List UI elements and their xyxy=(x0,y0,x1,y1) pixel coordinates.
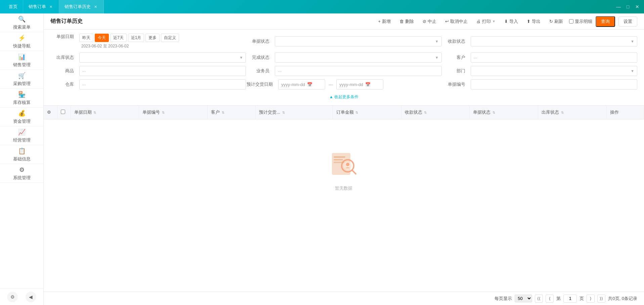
tab-home[interactable]: 首页 xyxy=(3,0,23,13)
th-doc-status[interactable]: 单据状态 ⇅ xyxy=(470,106,538,119)
sidebar-item-search[interactable]: 🔍 搜索菜单 xyxy=(0,13,43,32)
svg-line-6 xyxy=(352,170,356,174)
page-size-select[interactable]: 10 20 50 100 xyxy=(515,295,532,302)
toolbar-cancel-stop-btn[interactable]: ↩ 取消中止 xyxy=(442,17,470,26)
toolbar-print-btn[interactable]: 🖨 打印 ▼ xyxy=(474,17,498,26)
filter-docno-label: 单据编号 xyxy=(442,81,469,87)
date-btn-custom[interactable]: 自定义 xyxy=(161,34,179,42)
date-btn-more[interactable]: 更多 xyxy=(145,34,160,42)
select-all-checkbox[interactable] xyxy=(61,110,65,114)
filter-complete-select[interactable]: ▼ xyxy=(275,52,441,63)
goods-ellipsis: ··· xyxy=(82,69,86,74)
page-number-input[interactable] xyxy=(563,295,577,303)
filter-customer-input[interactable]: ··· xyxy=(471,52,637,63)
sidebar-item-operations[interactable]: 📈 经营管理 xyxy=(0,126,43,145)
toolbar-stop-btn[interactable]: ⊘ 中止 xyxy=(420,17,439,26)
settings-button[interactable]: 设置 xyxy=(618,16,637,27)
filter-doc-status-group: 单据状态 ▼ xyxy=(246,36,441,46)
filter-dept-group: 部门 ▼ xyxy=(442,66,637,76)
tab-sales-order-label: 销售订单 xyxy=(29,4,46,10)
pagination-prev-btn[interactable]: ⟨ xyxy=(546,295,554,303)
th-receipt-status[interactable]: 收款状态 ⇅ xyxy=(401,106,470,119)
page-title: 销售订单历史 xyxy=(50,18,83,25)
filter-salesperson-label: 业务员 xyxy=(246,68,273,74)
date-btn-yesterday[interactable]: 昨天 xyxy=(79,34,93,42)
header-row: ⚙ 单据日期 ⇅ 单据编号 ⇅ xyxy=(44,106,644,119)
sort-amount-icon: ⇅ xyxy=(355,111,358,114)
sidebar-item-quick-nav[interactable]: ⚡ 快捷导航 xyxy=(0,32,43,51)
toolbar: + 新增 🗑 删除 ⊘ 中止 ↩ 取消中止 🖨 打印 xyxy=(376,16,638,27)
filter-goods-input[interactable]: ··· xyxy=(79,66,246,76)
th-gear[interactable]: ⚙ xyxy=(44,106,57,119)
search-icon: 🔍 xyxy=(18,15,26,23)
date-btn-today[interactable]: 今天 xyxy=(95,34,109,42)
new-icon: + xyxy=(378,19,381,24)
window-close-btn[interactable]: ✕ xyxy=(634,3,641,10)
receipt-chevron-icon: ▼ xyxy=(631,39,634,43)
sort-date-icon: ⇅ xyxy=(93,111,96,114)
filter-complete-status-group: 完成状态 ▼ xyxy=(246,52,441,63)
sidebar-item-system[interactable]: ⚙ 系统管理 xyxy=(0,164,43,183)
top-bar: 首页 销售订单 ✕ 销售订单历史 ✕ — □ ✕ xyxy=(0,0,644,13)
page-label-pre: 第 xyxy=(556,296,561,302)
sidebar-bottom: ⚙ ◀ xyxy=(0,288,43,305)
tab-sales-order-history[interactable]: 销售订单历史 ✕ xyxy=(59,0,104,13)
filter-delivery-label: 预计交货日期 xyxy=(246,81,276,87)
complete-chevron-icon: ▼ xyxy=(435,55,439,60)
date-btn-1month[interactable]: 近1月 xyxy=(128,34,144,42)
th-check[interactable] xyxy=(57,106,71,119)
th-amount[interactable]: 订单金额 ⇅ xyxy=(333,106,401,119)
display-detail-checkbox[interactable] xyxy=(569,19,573,24)
basic-info-icon: 📋 xyxy=(18,147,26,155)
gear-icon[interactable]: ⚙ xyxy=(47,110,51,115)
filter-receipt-label: 收款状态 xyxy=(442,38,469,44)
tab-sales-order-history-close[interactable]: ✕ xyxy=(93,4,98,9)
tab-sales-order-close[interactable]: ✕ xyxy=(48,4,53,9)
window-maximize-btn[interactable]: □ xyxy=(625,3,631,10)
filter-receipt-select[interactable]: ▼ xyxy=(471,36,637,46)
filter-out-select[interactable]: ▼ xyxy=(79,52,246,63)
filter-doc-status-select[interactable]: ▼ xyxy=(275,36,441,46)
toolbar-import-label: 导入 xyxy=(509,18,518,25)
filter-date-to[interactable]: yyyy-mm-dd 📅 xyxy=(336,79,383,89)
th-delivery-date[interactable]: 预计交货... ⇅ xyxy=(256,106,333,119)
stop-icon: ⊘ xyxy=(423,19,426,24)
th-doc-no[interactable]: 单据编号 ⇅ xyxy=(139,106,208,119)
date-btn-7days[interactable]: 近7天 xyxy=(110,34,127,42)
filter-dept-select[interactable]: ▼ xyxy=(471,66,637,76)
sidebar-item-basic-info[interactable]: 📋 基础信息 xyxy=(0,145,43,164)
sidebar-item-sales[interactable]: 📊 销售管理 xyxy=(0,51,43,70)
sidebar-collapse-btn[interactable]: ◀ xyxy=(26,292,36,302)
toolbar-refresh-btn[interactable]: ↻ 刷新 xyxy=(547,17,566,26)
filter-warehouse-input[interactable]: ··· xyxy=(79,79,246,89)
toolbar-new-btn[interactable]: + 新增 xyxy=(376,17,394,26)
th-out-status[interactable]: 出库状态 ⇅ xyxy=(538,106,607,119)
pagination-last-btn[interactable]: ⟩⟩ xyxy=(597,295,605,303)
sidebar-item-purchase[interactable]: 🛒 采购管理 xyxy=(0,70,43,89)
finance-icon: 💰 xyxy=(18,110,26,117)
salesperson-ellipsis: ··· xyxy=(278,69,282,74)
toolbar-import-btn[interactable]: ⬇ 导入 xyxy=(502,17,521,26)
toolbar-export-btn[interactable]: ⬆ 导出 xyxy=(524,17,543,26)
th-customer[interactable]: 客户 ⇅ xyxy=(208,106,256,119)
filter-docno-input[interactable] xyxy=(471,79,637,89)
window-minimize-btn[interactable]: — xyxy=(615,3,622,10)
sidebar-item-inventory[interactable]: 🏪 库存核算 xyxy=(0,89,43,108)
th-date[interactable]: 单据日期 ⇅ xyxy=(71,106,139,119)
collapse-bar[interactable]: ▲ 收起更多条件 xyxy=(50,93,637,101)
filter-date-from[interactable]: yyyy-mm-dd 📅 xyxy=(278,79,325,89)
th-amount-label: 订单金额 xyxy=(336,110,354,115)
query-button[interactable]: 查询 xyxy=(596,16,615,27)
tab-sales-order-history-label: 销售订单历史 xyxy=(65,4,91,10)
filter-salesperson-input[interactable]: ··· xyxy=(275,66,441,76)
sidebar-item-finance[interactable]: 💰 资金管理 xyxy=(0,108,43,126)
tab-sales-order[interactable]: 销售订单 ✕ xyxy=(23,0,59,13)
filter-goods-label: 商品 xyxy=(50,68,77,74)
toolbar-delete-btn[interactable]: 🗑 删除 xyxy=(397,17,417,26)
pagination-first-btn[interactable]: ⟨⟨ xyxy=(535,295,543,303)
pagination-next-btn[interactable]: ⟩ xyxy=(587,295,595,303)
inventory-icon: 🏪 xyxy=(18,91,26,98)
empty-state: 暂无数据 xyxy=(44,119,644,218)
sidebar-item-system-label: 系统管理 xyxy=(13,175,31,181)
sidebar-settings-btn[interactable]: ⚙ xyxy=(7,292,18,302)
